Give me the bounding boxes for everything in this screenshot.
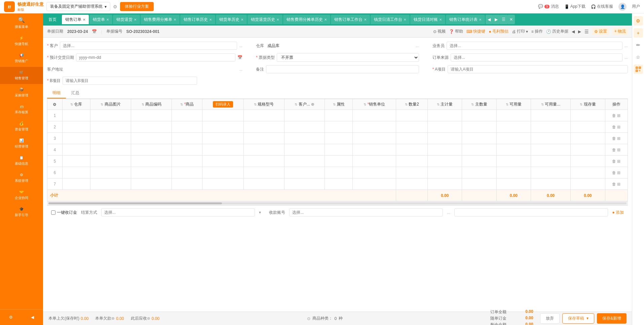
add-material-btn[interactable]: + 物流	[612, 28, 628, 35]
tab-summary[interactable]: 汇总	[66, 88, 85, 98]
next-record-btn[interactable]: ▶	[578, 29, 581, 34]
system-selector[interactable]: 装备及固定资产辅助管理系统 ▾	[46, 2, 110, 11]
sidebar-item-operation[interactable]: 📊 经营管理	[0, 135, 43, 152]
sidebar-item-sales[interactable]: 🛒 销售管理	[0, 67, 43, 84]
app-download-btn[interactable]: 📱 App下载	[564, 4, 585, 9]
row-delete-btn[interactable]: 🗑	[612, 148, 616, 152]
amount-input[interactable]: 0.00	[454, 208, 608, 216]
list-view-btn[interactable]: ☰	[584, 29, 589, 34]
tab-cash-reconcile[interactable]: 钱货日清对账 ✕	[410, 15, 445, 24]
tab-menu-btn[interactable]: ☰	[500, 15, 507, 24]
payment-method-input[interactable]	[101, 208, 255, 216]
order-source-ellipsis[interactable]: …	[624, 56, 628, 59]
operation-btn[interactable]: ≡ 操作	[531, 29, 543, 34]
calendar2-icon[interactable]: 📅	[237, 55, 242, 60]
horizontal-scrollbar[interactable]	[47, 201, 628, 205]
account-input[interactable]	[289, 208, 443, 216]
row-copy-btn[interactable]: ⊞	[617, 113, 620, 118]
salesperson-input[interactable]	[447, 42, 622, 50]
expected-date-input[interactable]	[76, 53, 235, 62]
tab-sales-expense[interactable]: 销售费用分摊单 ✕	[141, 15, 180, 24]
col-scan[interactable]: 扫码录入	[202, 99, 243, 110]
row-delete-btn[interactable]: 🗑	[612, 113, 616, 118]
right-star-icon[interactable]: ☆	[634, 52, 643, 62]
sidebar-item-search[interactable]: 🔍 搜索菜单	[0, 13, 43, 33]
scan-btn[interactable]: 扫码录入	[213, 101, 233, 108]
sidebar-item-guide[interactable]: 🎓 新手引导	[0, 204, 43, 221]
order-source-input[interactable]	[451, 53, 622, 62]
industry-btn[interactable]: 体验行业方案	[120, 2, 154, 11]
save-draft-btn[interactable]: 保存草稿 ▾	[562, 313, 594, 324]
shortcut-btn[interactable]: ⌨ 快捷键	[466, 29, 485, 34]
sidebar-item-marketing[interactable]: 📢 营销推广	[0, 50, 43, 67]
col-settings[interactable]: ⚙	[47, 99, 63, 110]
sidebar-item-quick-nav[interactable]: ⚡ 快捷导航	[0, 33, 43, 50]
print-btn[interactable]: 🖨 打印 ▾	[512, 29, 528, 34]
a-project-input[interactable]	[448, 65, 628, 73]
tab-next-btn[interactable]: ▶	[493, 15, 500, 24]
customer-address-ellipsis[interactable]: …	[239, 68, 242, 71]
row-delete-btn[interactable]: 🗑	[612, 159, 616, 164]
right-add-material-icon[interactable]: +	[634, 28, 643, 38]
row-delete-btn[interactable]: 🗑	[612, 125, 616, 129]
invoice-type-select[interactable]: 不开票	[277, 53, 419, 62]
draft-dropdown-icon[interactable]: ▾	[586, 316, 589, 321]
row-copy-btn[interactable]: ⊞	[617, 148, 620, 152]
user-avatar[interactable]: 👤	[618, 3, 627, 11]
tab-order-workbench[interactable]: 销售订单工作台 ✕	[331, 15, 370, 24]
tab-close-icon[interactable]: ✕	[324, 18, 327, 22]
tab-sales-return[interactable]: 销货退货 ✕	[113, 15, 140, 24]
tab-close-icon[interactable]: ✕	[439, 18, 442, 22]
tab-cash-workbench[interactable]: 钱货日清工作台 ✕	[371, 15, 410, 24]
row-delete-btn[interactable]: 🗑	[612, 136, 616, 141]
account-ellipsis[interactable]: …	[447, 211, 450, 214]
sidebar-item-base-info[interactable]: 📋 基础信息	[0, 152, 43, 169]
online-service-btn[interactable]: 🎧 在线客服	[591, 4, 613, 9]
tab-detail[interactable]: 明细	[47, 88, 66, 98]
tab-goods-history[interactable]: 销货单历史 ✕	[216, 15, 247, 24]
row-copy-btn[interactable]: ⊞	[617, 170, 620, 175]
tab-sales-goods[interactable]: 销货单 ✕	[89, 15, 112, 24]
tab-close-icon[interactable]: ✕	[209, 18, 212, 22]
one-click-payment-checkbox[interactable]: 一键收订金	[51, 210, 77, 215]
salesperson-ellipsis[interactable]: …	[624, 44, 628, 48]
calendar-icon[interactable]: 📅	[92, 29, 97, 34]
history-btn[interactable]: 🕐 历史单据	[546, 29, 568, 34]
save-new-btn[interactable]: 保存&新增	[597, 313, 627, 324]
customer-input[interactable]	[60, 42, 237, 50]
right-qr-icon[interactable]	[634, 65, 643, 74]
tab-close-all-btn[interactable]: ✕	[507, 15, 515, 24]
warehouse-ellipsis[interactable]: …	[416, 44, 419, 48]
remarks-input[interactable]	[266, 65, 419, 73]
tab-close-icon[interactable]: ✕	[241, 18, 243, 22]
row-delete-btn[interactable]: 🗑	[612, 182, 616, 187]
tab-close-icon[interactable]: ✕	[479, 18, 482, 22]
tab-return-history[interactable]: 销货退货历史 ✕	[248, 15, 282, 24]
row-copy-btn[interactable]: ⊞	[617, 125, 620, 129]
tab-prev-btn[interactable]: ◀	[486, 15, 493, 24]
tab-sales-order[interactable]: 销售订单 ✕	[62, 15, 89, 24]
tab-sales-order-history[interactable]: 销售订单历史 ✕	[180, 15, 215, 24]
right-settings-icon[interactable]: ⚙	[634, 16, 643, 26]
message-icon[interactable]: 💬 9 消息	[538, 4, 559, 9]
row-copy-btn[interactable]: ⊞	[617, 182, 620, 187]
discard-btn[interactable]: 放弃	[540, 313, 560, 324]
tab-close-icon[interactable]: ✕	[83, 18, 85, 22]
right-edit-icon[interactable]: ✏	[634, 40, 643, 50]
tab-close-icon[interactable]: ✕	[134, 18, 137, 22]
row-delete-btn[interactable]: 🗑	[612, 170, 616, 175]
sidebar-item-finance[interactable]: 💰 资金管理	[0, 118, 43, 135]
tab-close-icon[interactable]: ✕	[276, 18, 279, 22]
profit-forecast-btn[interactable]: ● 毛利预估	[489, 29, 508, 34]
row-copy-btn[interactable]: ⊞	[617, 159, 620, 164]
tab-home[interactable]: 首页	[44, 15, 61, 24]
sidebar-item-enterprise[interactable]: 🤝 企业协同	[0, 187, 43, 204]
sidebar-item-purchase[interactable]: 📦 采购管理	[0, 84, 43, 101]
sidebar-item-system[interactable]: ⚙ 系统管理	[0, 169, 43, 187]
sidebar-settings-btn[interactable]: ⚙	[6, 312, 15, 322]
gear-icon[interactable]: ⚙	[113, 4, 117, 9]
tab-sales-stats[interactable]: 销售订单统计表 ✕	[446, 15, 485, 24]
help-btn[interactable]: ❓ 帮助	[449, 29, 463, 34]
tab-close-icon[interactable]: ✕	[106, 18, 109, 22]
view-btn[interactable]: ⊙ 视频	[433, 29, 446, 34]
